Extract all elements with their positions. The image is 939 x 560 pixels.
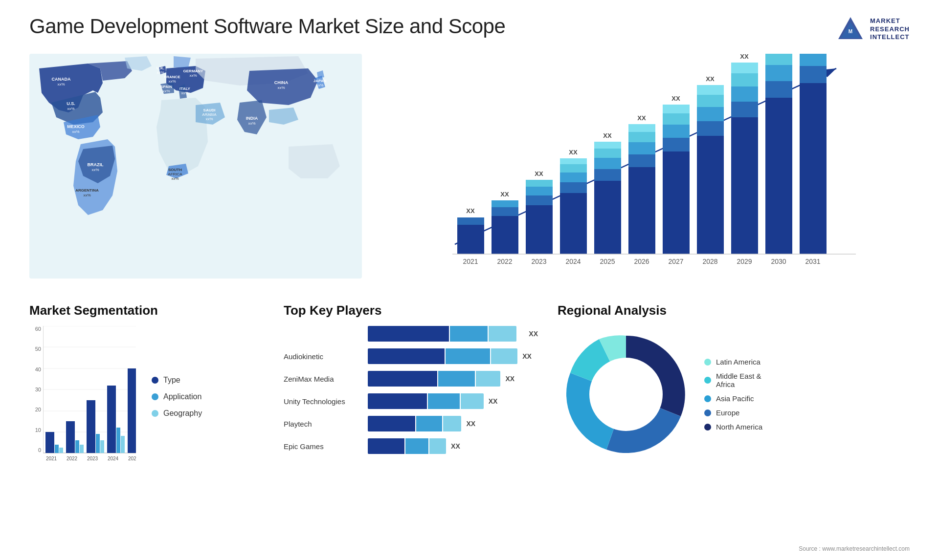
- svg-text:2024: 2024: [565, 258, 581, 265]
- page-container: Game Development Software Market Size an…: [0, 0, 939, 560]
- svg-rect-91: [800, 66, 827, 83]
- svg-rect-80: [731, 117, 758, 254]
- svg-text:U.K.: U.K.: [156, 66, 164, 70]
- svg-rect-56: [594, 181, 621, 254]
- legend-na-label: North America: [716, 423, 762, 431]
- svg-text:2022: 2022: [67, 456, 78, 461]
- bar-seg-1: [368, 326, 449, 342]
- header: Game Development Software Market Size an…: [29, 15, 910, 44]
- legend-apac-dot: [704, 395, 711, 402]
- svg-rect-43: [492, 200, 518, 207]
- svg-rect-41: [492, 216, 518, 254]
- svg-text:xx%: xx%: [168, 79, 176, 84]
- svg-text:2029: 2029: [737, 258, 752, 265]
- player-bar-container-zenimax: XX: [368, 371, 538, 387]
- svg-rect-81: [731, 102, 758, 117]
- legend-europe-dot: [704, 409, 711, 416]
- player-bar-container-epic: XX: [368, 438, 538, 454]
- svg-rect-50: [560, 193, 587, 254]
- svg-text:XX: XX: [637, 114, 646, 122]
- svg-rect-83: [731, 73, 758, 86]
- world-map-svg: CANADA xx% U.S. xx% MEXICO xx% BRAZIL xx…: [29, 54, 362, 279]
- svg-rect-125: [128, 368, 136, 453]
- svg-rect-88: [765, 65, 792, 81]
- legend-geography: Geography: [152, 409, 202, 418]
- svg-text:2025: 2025: [600, 258, 615, 265]
- top-section: CANADA xx% U.S. xx% MEXICO xx% BRAZIL xx…: [29, 54, 910, 288]
- svg-text:XX: XX: [740, 54, 749, 60]
- svg-rect-123: [116, 428, 120, 453]
- svg-rect-71: [663, 113, 690, 125]
- svg-rect-92: [800, 54, 827, 66]
- svg-text:ARGENTINA: ARGENTINA: [75, 188, 99, 193]
- logo-container: M MARKETRESEARCHINTELLECT: [836, 15, 910, 44]
- svg-rect-65: [628, 132, 655, 142]
- player-bar-container-unity: XX: [368, 393, 538, 409]
- legend-apac-label: Asia Pacific: [716, 394, 754, 403]
- svg-text:SPAIN: SPAIN: [160, 85, 172, 89]
- svg-rect-90: [800, 83, 827, 254]
- svg-text:xx%: xx%: [156, 70, 164, 75]
- svg-rect-119: [87, 400, 95, 453]
- bar-seg-1: [368, 438, 404, 454]
- bar-seg-3: [429, 438, 446, 454]
- svg-text:MEXICO: MEXICO: [67, 124, 85, 129]
- svg-text:xx%: xx%: [181, 91, 188, 95]
- legend-latin: Latin America: [704, 358, 762, 366]
- svg-rect-84: [731, 63, 758, 73]
- legend-application: Application: [152, 392, 202, 401]
- bar-seg-2: [446, 348, 490, 364]
- svg-rect-124: [121, 436, 125, 453]
- svg-rect-66: [628, 124, 655, 132]
- regional-container: Regional Analysis: [558, 303, 910, 498]
- svg-rect-114: [55, 445, 59, 453]
- regional-title: Regional Analysis: [558, 303, 910, 318]
- svg-text:xx%: xx%: [205, 117, 213, 121]
- svg-rect-70: [663, 125, 690, 138]
- donut-svg: [558, 326, 694, 463]
- player-row-zenimax: ZeniMax Media XX: [284, 371, 538, 387]
- seg-chart: 6050403020100: [29, 326, 264, 468]
- svg-rect-115: [59, 448, 63, 453]
- svg-rect-120: [96, 434, 100, 453]
- svg-text:SAUDI: SAUDI: [203, 108, 216, 112]
- world-map: CANADA xx% U.S. xx% MEXICO xx% BRAZIL xx…: [29, 54, 362, 279]
- player-value-audiokinetic: XX: [522, 352, 532, 360]
- bar-seg-2: [438, 371, 475, 387]
- legend-na-dot: [704, 424, 711, 431]
- bottom-section: Market Segmentation 6050403020100: [29, 303, 910, 498]
- svg-text:2030: 2030: [771, 258, 786, 265]
- svg-text:2021: 2021: [46, 456, 57, 461]
- svg-text:XX: XX: [466, 207, 475, 215]
- svg-text:XX: XX: [500, 191, 509, 198]
- svg-rect-57: [594, 169, 621, 181]
- bar-seg-2: [428, 393, 460, 409]
- legend-mea: Middle East &Africa: [704, 372, 762, 388]
- svg-text:XX: XX: [671, 95, 680, 102]
- svg-rect-46: [526, 195, 553, 205]
- bar-chart-container: XX XX XX XX: [381, 54, 910, 288]
- svg-text:U.S.: U.S.: [67, 101, 75, 106]
- svg-rect-121: [100, 440, 104, 453]
- svg-text:ITALY: ITALY: [179, 86, 190, 91]
- bar-seg-3: [476, 371, 501, 387]
- svg-text:JAPAN: JAPAN: [313, 79, 327, 83]
- bar-seg-3: [489, 326, 516, 342]
- legend-mea-label: Middle East &Africa: [716, 372, 761, 388]
- bar-seg-1: [368, 393, 427, 409]
- svg-point-133: [589, 358, 663, 431]
- svg-rect-75: [697, 121, 724, 136]
- svg-text:SOUTH: SOUTH: [168, 168, 182, 172]
- svg-rect-51: [560, 182, 587, 193]
- svg-rect-82: [731, 86, 758, 102]
- svg-text:2025: 2025: [128, 456, 136, 461]
- svg-text:CHINA: CHINA: [274, 80, 289, 85]
- legend-application-dot: [152, 393, 158, 400]
- svg-text:2021: 2021: [463, 258, 478, 265]
- legend-geography-label: Geography: [163, 409, 202, 418]
- svg-rect-116: [66, 421, 75, 453]
- bar-seg-2: [416, 416, 442, 431]
- svg-rect-54: [560, 158, 587, 164]
- player-row-audiokinetic: Audiokinetic XX: [284, 348, 538, 364]
- legend-mea-dot: [704, 377, 711, 384]
